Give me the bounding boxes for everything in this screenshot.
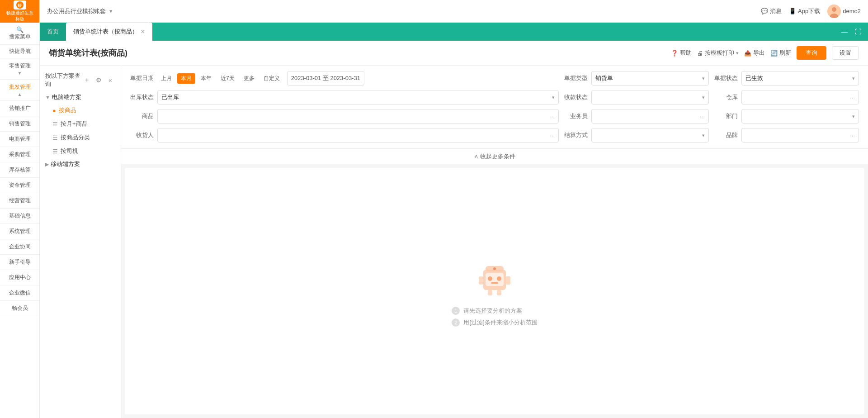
sidebar-item-marketing[interactable]: 营销推广 xyxy=(0,101,39,116)
scheme-group-mobile-title[interactable]: ▶ 移动端方案 xyxy=(40,158,121,171)
print-button[interactable]: 🖨 按模板打印 ▾ xyxy=(697,49,739,57)
filter-row-1: 单据日期 上月 本月 本年 近7天 更多 自定义 xyxy=(130,71,859,86)
app-logo: 好 畅捷通好生意 标版 xyxy=(0,0,39,23)
scheme-item-by-driver[interactable]: ☰ 按司机 xyxy=(40,144,121,158)
collapse-more-button[interactable]: ∧ 收起更多条件 xyxy=(121,148,868,164)
brand-label: 品牌 xyxy=(714,131,741,139)
svg-point-8 xyxy=(497,276,501,281)
more-icon4: ··· xyxy=(550,132,555,139)
page-title: 销货单统计表(按商品) xyxy=(49,48,127,64)
settle-select[interactable]: ▾ xyxy=(591,128,709,142)
scheme-collapse-icon[interactable]: « xyxy=(105,75,115,85)
sidebar-item-basic[interactable]: 基础信息 xyxy=(0,209,39,224)
out-status-select[interactable]: 已出库 ▾ xyxy=(157,90,559,104)
scheme-item-by-goods[interactable]: ● 按商品 xyxy=(40,104,121,117)
scheme-item-by-category[interactable]: ☰ 按商品分类 xyxy=(40,131,121,144)
goods-input[interactable]: ··· xyxy=(157,109,559,124)
user-avatar[interactable]: demo2 xyxy=(827,5,861,18)
scheme-add-icon[interactable]: ＋ xyxy=(82,75,92,85)
sidebar-item-guide[interactable]: 新手引导 xyxy=(0,255,39,270)
sidebar-item-sales[interactable]: 销售管理 xyxy=(0,116,39,132)
sidebar-item-retail[interactable]: 零售管理 ▼ xyxy=(0,58,39,80)
receipt-status-label: 收款状态 xyxy=(564,93,591,101)
sidebar-item-purchase[interactable]: 采购管理 xyxy=(0,147,39,162)
scheme-active-icon: ● xyxy=(52,107,56,114)
export-button[interactable]: 📤 导出 xyxy=(744,49,765,57)
doc-status-select[interactable]: 已生效 ▾ xyxy=(741,71,859,86)
quick-nav[interactable]: 快捷导航 xyxy=(0,45,39,58)
filter-out-status: 出库状态 已出库 ▾ xyxy=(130,90,559,104)
sidebar-item-collab[interactable]: 企业协同 xyxy=(0,239,39,255)
staff-input[interactable]: ··· xyxy=(591,109,709,124)
filter-settle: 结算方式 ▾ xyxy=(564,128,709,142)
scheme-group-desktop-title[interactable]: ▼ 电脑端方案 xyxy=(40,91,121,104)
sidebar-item-wholesale[interactable]: 批发管理 ▲ xyxy=(0,80,39,101)
chevron-down-icon4: ▾ xyxy=(702,95,705,100)
tab-maximize-button[interactable]: ⛶ xyxy=(852,25,864,38)
date-tab-last-month[interactable]: 上月 xyxy=(157,73,175,84)
help-button[interactable]: ❓ 帮助 xyxy=(671,49,692,57)
svg-point-7 xyxy=(488,276,492,281)
tab-sales-stat[interactable]: 销货单统计表（按商品） ✕ xyxy=(66,23,152,41)
sidebar-item-member[interactable]: 畅会员 xyxy=(0,301,39,316)
breadcrumb-dropdown-icon[interactable]: ▾ xyxy=(109,8,113,14)
out-status-label: 出库状态 xyxy=(130,93,157,101)
receiver-label: 收货人 xyxy=(130,131,157,139)
tab-close-icon[interactable]: ✕ xyxy=(141,28,145,35)
sidebar-item-ecommerce[interactable]: 电商管理 xyxy=(0,132,39,147)
message-button[interactable]: 💬 消息 xyxy=(761,7,782,15)
export-icon: 📤 xyxy=(744,50,751,57)
scheme-group-mobile: ▶ 移动端方案 xyxy=(40,158,121,171)
more-icon2: ··· xyxy=(550,113,555,120)
sidebar-item-apps[interactable]: 应用中心 xyxy=(0,270,39,285)
filter-doc-type: 单据类型 销货单 ▾ xyxy=(564,71,709,86)
empty-tip-2: 2 用[过滤]条件来缩小分析范围 xyxy=(452,318,537,327)
filter-area: 单据日期 上月 本月 本年 近7天 更多 自定义 xyxy=(121,66,868,164)
date-tabs: 上月 本月 本年 近7天 更多 自定义 xyxy=(157,73,283,84)
filter-receiver: 收货人 ··· xyxy=(130,128,559,142)
refresh-button[interactable]: 🔄 刷新 xyxy=(770,49,791,57)
scheme-panel: 按以下方案查询 ＋ ⚙ « ▼ 电脑端方案 ● 按商品 xyxy=(40,66,121,418)
filter-staff: 业务员 ··· xyxy=(564,109,709,124)
sidebar-item-inventory[interactable]: 库存核算 xyxy=(0,162,39,178)
scheme-header: 按以下方案查询 ＋ ⚙ « xyxy=(40,69,121,91)
sidebar-item-system[interactable]: 系统管理 xyxy=(0,224,39,239)
content-right: 单据日期 上月 本月 本年 近7天 更多 自定义 xyxy=(121,66,868,418)
sidebar-item-finance[interactable]: 资金管理 xyxy=(0,178,39,193)
brand-input[interactable]: ··· xyxy=(741,128,859,142)
receiver-input[interactable]: ··· xyxy=(157,128,559,142)
date-tab-this-month[interactable]: 本月 xyxy=(177,73,195,84)
date-range-input[interactable]: 2023-03-01 至 2023-03-31 xyxy=(287,71,364,86)
warehouse-label: 仓库 xyxy=(714,93,741,101)
warehouse-input[interactable]: ··· xyxy=(741,90,859,104)
goods-label: 商品 xyxy=(130,112,157,120)
tab-home[interactable]: 首页 xyxy=(40,23,66,41)
doc-type-select[interactable]: 销货单 ▾ xyxy=(591,71,709,86)
dept-label: 部门 xyxy=(714,112,741,120)
query-button[interactable]: 查询 xyxy=(797,46,826,60)
app-download-button[interactable]: 📱 App下载 xyxy=(789,7,820,15)
date-tab-this-year[interactable]: 本年 xyxy=(197,73,215,84)
scheme-item-by-month-goods[interactable]: ☰ 按月+商品 xyxy=(40,117,121,131)
date-tab-custom[interactable]: 自定义 xyxy=(260,73,283,84)
sidebar-item-wechat[interactable]: 企业微信 xyxy=(0,285,39,301)
page-header: 销货单统计表(按商品) ❓ 帮助 🖨 按模板打印 ▾ 📤 导出 🔄 刷新 xyxy=(40,41,868,66)
receipt-status-select[interactable]: ▾ xyxy=(591,90,709,104)
sidebar-item-operation[interactable]: 经营管理 xyxy=(0,193,39,209)
sidebar: 好 畅捷通好生意 标版 🔍 搜索菜单 快捷导航 零售管理 ▼ 批发管理 ▲ 营销… xyxy=(0,0,40,418)
filter-date: 单据日期 上月 本月 本年 近7天 更多 自定义 xyxy=(130,71,559,86)
date-tab-more[interactable]: 更多 xyxy=(240,73,258,84)
avatar-image xyxy=(827,5,841,18)
dept-select[interactable]: ▾ xyxy=(741,109,859,124)
svg-text:好: 好 xyxy=(17,3,22,8)
search-menu[interactable]: 🔍 搜索菜单 xyxy=(0,23,39,45)
breadcrumb: 办公用品行业模拟账套 xyxy=(47,7,106,15)
settings-button[interactable]: 设置 xyxy=(832,46,859,60)
date-tab-7days[interactable]: 近7天 xyxy=(217,73,238,84)
empty-tips: 1 请先选择要分析的方案 2 用[过滤]条件来缩小分析范围 xyxy=(452,307,537,327)
topbar-left: 办公用品行业模拟账套 ▾ xyxy=(47,7,113,15)
scheme-settings-icon[interactable]: ⚙ xyxy=(94,75,104,85)
chevron-down-icon3: ▾ xyxy=(552,95,555,100)
tab-minimize-button[interactable]: — xyxy=(838,25,851,38)
scheme-list-icon3: ☰ xyxy=(52,148,58,155)
